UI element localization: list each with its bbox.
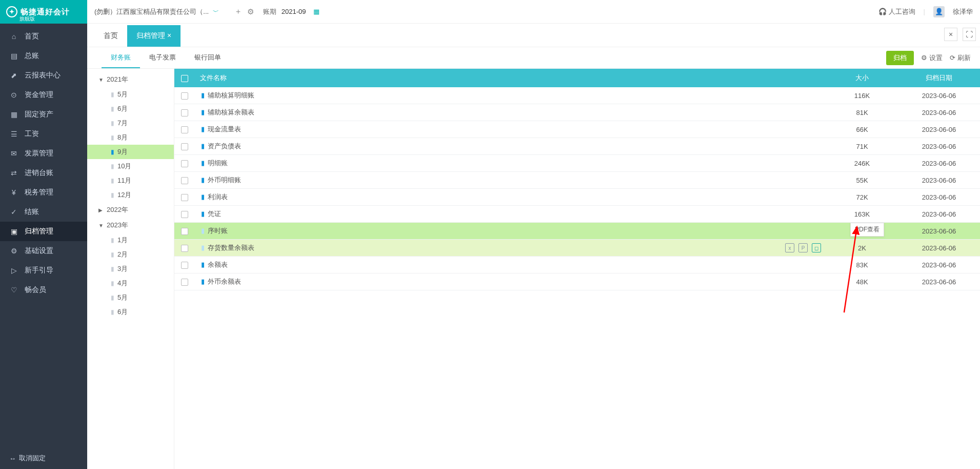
row-checkbox[interactable] [181, 109, 188, 116]
file-icon: ▮ [201, 227, 205, 234]
tree-year[interactable]: ▼2021年 [87, 72, 174, 87]
sidebar-item-11[interactable]: ⚙基础设置 [0, 241, 87, 261]
tree-month[interactable]: ▮8月 [87, 130, 174, 145]
table-row[interactable]: ▮凭证163K2023-06-06 [174, 206, 980, 223]
tree-month[interactable]: ▮6月 [87, 102, 174, 116]
period-label: 账期 [263, 7, 276, 16]
tree-month[interactable]: ▮5月 [87, 87, 174, 102]
tree-year[interactable]: ▶2022年 [87, 202, 174, 218]
period-value[interactable]: 2021-09 [282, 8, 306, 15]
tree-month[interactable]: ▮9月 [87, 145, 174, 159]
tooltip-pdf-view: PDF查看 [850, 223, 884, 237]
tree-month[interactable]: ▮10月 [87, 159, 174, 173]
table-row[interactable]: ▮明细账246K2023-06-06 [174, 155, 980, 172]
tree-month[interactable]: ▮6月 [87, 305, 174, 319]
year-tree: ▼2021年▮5月▮6月▮7月▮8月▮9月▮10月▮11月▮12月▶2022年▼… [87, 69, 174, 469]
page-tab-1[interactable]: 归档管理× [127, 25, 181, 47]
tree-month[interactable]: ▮5月 [87, 290, 174, 305]
sidebar-item-12[interactable]: ▷新手引导 [0, 261, 87, 280]
file-name: 凭证 [208, 210, 221, 218]
row-checkbox[interactable] [181, 126, 188, 133]
row-checkbox[interactable] [181, 194, 188, 201]
folder-icon: ▮ [111, 251, 114, 258]
sidebar-item-5[interactable]: ☰工资 [0, 124, 87, 144]
page-tab-0[interactable]: 首页 [94, 25, 127, 47]
col-header-date: 归档日期 [898, 69, 980, 87]
table-row[interactable]: ▮外币明细账55K2023-06-06 [174, 172, 980, 189]
row-checkbox[interactable] [181, 177, 188, 184]
sidebar-item-9[interactable]: ✓结账 [0, 202, 87, 222]
archive-button[interactable]: 归档 [886, 51, 914, 65]
tree-month[interactable]: ▮7月 [87, 116, 174, 130]
tree-month-label: 9月 [117, 147, 128, 157]
sidebar-item-7[interactable]: ⇄进销台账 [0, 163, 87, 183]
folder-icon: ▮ [111, 148, 114, 155]
row-checkbox[interactable] [181, 228, 188, 235]
tree-month-label: 10月 [117, 162, 131, 171]
sidebar-item-2[interactable]: ⬈云报表中心 [0, 66, 87, 85]
add-company-button[interactable]: ＋ [234, 7, 242, 16]
sidebar-item-1[interactable]: ▤总账 [0, 46, 87, 66]
tree-month[interactable]: ▮12月 [87, 188, 174, 202]
table-row[interactable]: ▮辅助核算明细账116K2023-06-06 [174, 87, 980, 104]
nav-label: 发票管理 [25, 149, 53, 158]
tree-month[interactable]: ▮11月 [87, 173, 174, 188]
tree-year[interactable]: ▼2023年 [87, 218, 174, 233]
excel-view-icon[interactable]: x [785, 243, 794, 252]
close-icon[interactable]: × [167, 31, 171, 40]
subtab-2[interactable]: 银行回单 [185, 48, 230, 68]
table-row[interactable]: ▮现金流量表66K2023-06-06 [174, 121, 980, 138]
tree-month[interactable]: ▮3月 [87, 262, 174, 276]
file-size: 66K [826, 121, 898, 138]
row-checkbox[interactable] [181, 211, 188, 218]
help-button[interactable]: 🎧 人工咨询 [878, 7, 915, 16]
calendar-icon[interactable]: ▦ [313, 8, 319, 15]
nav-icon: ⊙ [9, 91, 18, 99]
sidebar-item-13[interactable]: ♡畅会员 [0, 280, 87, 300]
pdf-icon[interactable]: P [798, 243, 808, 252]
row-checkbox[interactable] [181, 160, 188, 167]
file-table: 文件名称 大小 归档日期 ▮辅助核算明细账116K2023-06-06▮辅助核算… [174, 69, 980, 290]
row-checkbox[interactable] [181, 279, 188, 286]
row-checkbox[interactable] [181, 262, 188, 269]
table-row[interactable]: ▮存货数量余额表xP◻2K2023-06-06 [174, 240, 980, 257]
tree-month-label: 11月 [117, 176, 131, 185]
sidebar-item-8[interactable]: ¥税务管理 [0, 183, 87, 202]
sidebar-item-3[interactable]: ⊙资金管理 [0, 85, 87, 105]
file-icon: ▮ [201, 91, 205, 99]
sidebar-item-4[interactable]: ▦固定资产 [0, 105, 87, 124]
avatar[interactable]: 👤 [933, 6, 945, 17]
close-tab-button[interactable]: × [944, 28, 957, 41]
sidebar-unpin[interactable]: ↔ 取消固定 [0, 447, 87, 469]
sidebar-item-10[interactable]: ▣归档管理 [0, 222, 87, 241]
table-row[interactable]: ▮外币余额表48K2023-06-06 [174, 273, 980, 290]
table-row[interactable]: ▮利润表72K2023-06-06 [174, 189, 980, 206]
row-checkbox[interactable] [181, 143, 188, 150]
chevron-down-icon[interactable]: ﹀ [213, 8, 219, 15]
refresh-button[interactable]: ⟳刷新 [950, 53, 971, 63]
settings-button[interactable]: ⚙设置 [921, 53, 943, 63]
tree-month[interactable]: ▮4月 [87, 276, 174, 290]
table-row[interactable]: ▮资产负债表71K2023-06-06 [174, 138, 980, 155]
table-row[interactable]: ▮辅助核算余额表81K2023-06-06 [174, 104, 980, 121]
row-checkbox[interactable] [181, 245, 188, 252]
tree-month[interactable]: ▮1月 [87, 233, 174, 247]
company-settings-button[interactable]: ⚙ [247, 7, 254, 16]
username[interactable]: 徐泽华 [953, 7, 973, 16]
row-checkbox[interactable] [181, 92, 188, 100]
subtab-1[interactable]: 电子发票 [140, 48, 185, 68]
company-prefix: (勿删） [94, 8, 116, 15]
subtab-0[interactable]: 财务账 [102, 48, 140, 68]
table-row[interactable]: ▮余额表83K2023-06-06 [174, 257, 980, 273]
company-selector[interactable]: (勿删）江西服宝精品有限责任公司（... ﹀ [94, 7, 219, 16]
fullscreen-button[interactable]: ⛶ [963, 28, 976, 41]
pdf-view-icon[interactable]: ◻ [812, 243, 821, 252]
tree-month[interactable]: ▮2月 [87, 247, 174, 262]
nav-icon: ▦ [9, 110, 18, 119]
sidebar-item-6[interactable]: ✉发票管理 [0, 144, 87, 163]
tree-month-label: 7月 [117, 119, 128, 128]
sidebar-item-0[interactable]: ⌂首页 [0, 27, 87, 46]
select-all-checkbox[interactable] [181, 75, 188, 82]
tree-month-label: 6月 [117, 104, 128, 113]
file-date: 2023-06-06 [898, 172, 980, 189]
